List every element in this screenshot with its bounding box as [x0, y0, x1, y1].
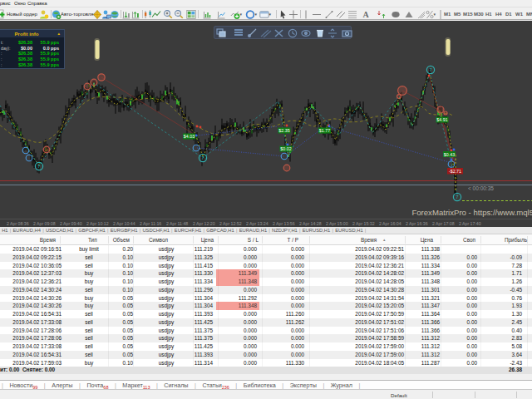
svg-text:$4.91: $4.91	[436, 117, 447, 122]
svg-text:$1.77: $1.77	[319, 128, 330, 133]
svg-text:$2.35: $2.35	[278, 128, 289, 133]
svg-text:A: A	[363, 10, 370, 19]
svg-text:$4.03: $4.03	[184, 134, 195, 139]
svg-text:< 00:00:35: < 00:00:35	[468, 185, 494, 191]
svg-text:$0.43: $0.43	[444, 152, 455, 157]
svg-text:$0.02: $0.02	[280, 146, 291, 151]
svg-text:-$2.71: -$2.71	[449, 169, 461, 174]
svg-text:7: 7	[456, 195, 459, 200]
svg-text:7: 7	[429, 67, 432, 72]
svg-text:ForexMatrixPro - https://www.m: ForexMatrixPro - https://www.mql5	[411, 208, 532, 217]
